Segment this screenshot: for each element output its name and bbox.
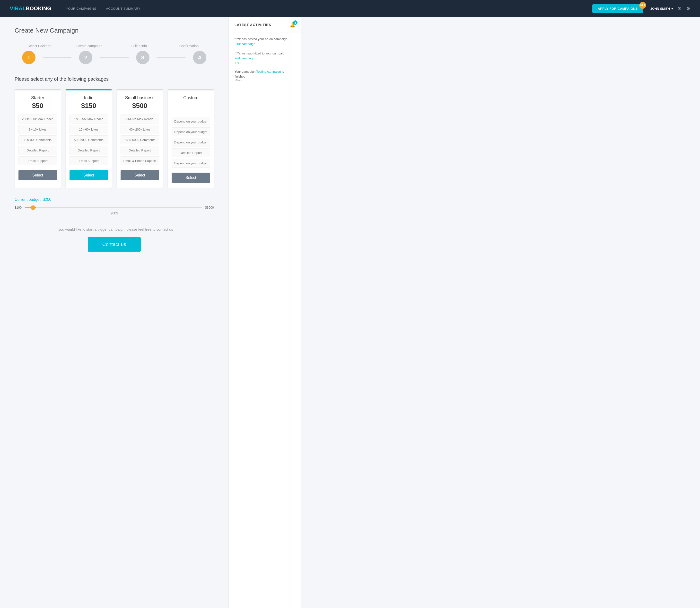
contact-text: If you would like to start a bigger camp…: [15, 227, 214, 231]
small-business-feature-4: Detailed Report: [120, 146, 159, 155]
custom-feature-5: Depend on your budget: [172, 159, 210, 168]
sidebar-activities: t***z has posted your ad on campaign Fir…: [229, 33, 302, 91]
indie-name: Indie: [70, 95, 108, 100]
packages-grid: Starter $50 200k-500k Max Reach 3k-10k L…: [15, 89, 214, 188]
starter-select-button[interactable]: Select: [18, 170, 57, 180]
custom-select-button[interactable]: Select: [172, 173, 210, 183]
activity-item-2: t***s just submitted to your campaign 2n…: [235, 51, 295, 64]
starter-feature-1: 200k-500k Max Reach: [18, 114, 57, 124]
small-business-feature-1: 3M-6M Max Reach: [120, 114, 159, 124]
custom-features: Depend on your budget Depend on your bud…: [172, 117, 210, 168]
sidebar-header: LATEST ACTIVITIES 🔔 1: [229, 17, 302, 33]
navbar-right: JOHN SMITH ▾ ✉ ⚙: [650, 6, 690, 11]
package-small-business: Small business $500 3M-6M Max Reach 40k-…: [117, 89, 163, 188]
step-circle-2[interactable]: 2: [79, 51, 92, 64]
sidebar-header-title: LATEST ACTIVITIES: [235, 23, 271, 27]
activity-2-link[interactable]: 2nd campaign: [235, 56, 254, 60]
apply-campaigns-button[interactable]: APPLY FOR CAMPAIGNS 999: [592, 4, 643, 13]
activity-2-before: t***s just submitted to your campaign: [235, 52, 286, 55]
logo: VIRALBOOKING: [10, 5, 51, 12]
slider-max-label: $3000: [205, 206, 214, 209]
activity-3-link[interactable]: Testing campaign: [256, 70, 281, 73]
indie-features: 1M-2.5M Max Reach 15k-60k Likes 500-2000…: [70, 114, 108, 165]
step-connector-1-2: [43, 57, 72, 58]
step-label-4: Confirmation: [164, 44, 214, 48]
activity-item-3: Your campaign Testing campaign is finish…: [235, 69, 295, 82]
contact-button[interactable]: Contact us: [88, 237, 141, 252]
step-label-2: Create campaign: [64, 44, 114, 48]
activity-2-time: 1 hr: [235, 61, 295, 64]
custom-name: Custom: [172, 95, 210, 100]
custom-feature-1: Depend on your budget: [172, 117, 210, 126]
navbar-links: YOUR CAMPAIGNS ACCOUNT SUMMARY: [66, 7, 592, 11]
nav-account-summary[interactable]: ACCOUNT SUMMARY: [106, 7, 140, 11]
custom-price: [172, 102, 210, 112]
small-business-feature-3: 1500-6000 Comments: [120, 135, 159, 145]
step-label-3: Billing info: [114, 44, 164, 48]
user-menu[interactable]: JOHN SMITH ▾: [650, 7, 673, 11]
navbar: VIRALBOOKING YOUR CAMPAIGNS ACCOUNT SUMM…: [0, 0, 700, 17]
custom-feature-3: Depend on your budget: [172, 138, 210, 147]
small-business-select-button[interactable]: Select: [120, 170, 159, 180]
steps-labels-row: Select Package Create campaign Billing i…: [15, 44, 214, 48]
budget-slider[interactable]: [25, 207, 202, 208]
bell-icon[interactable]: 🔔 1: [290, 22, 295, 28]
budget-section: Current budget: $200 $100 $3000 200$: [15, 197, 214, 215]
nav-your-campaigns[interactable]: YOUR CAMPAIGNS: [66, 7, 96, 11]
step-circle-3[interactable]: 3: [136, 51, 150, 64]
slider-row: $100 $3000: [15, 206, 214, 209]
bell-badge: 1: [293, 20, 297, 25]
small-business-features: 3M-6M Max Reach 40k-200k Likes 1500-6000…: [120, 114, 159, 165]
starter-feature-4: Detailed Report: [18, 146, 57, 155]
indie-feature-2: 15k-60k Likes: [70, 125, 108, 134]
page-container: Create New Campaign Select Package Creat…: [0, 17, 700, 608]
activity-item-1: t***z has posted your ad on campaign Fir…: [235, 37, 295, 46]
page-title: Create New Campaign: [15, 27, 214, 34]
activity-1-before: t***z has posted your ad on campaign: [235, 37, 288, 41]
step-connector-3-4: [157, 57, 186, 58]
slider-min-label: $100: [15, 206, 22, 209]
activity-text-2: t***s just submitted to your campaign 2n…: [235, 51, 295, 60]
steps-container: Select Package Create campaign Billing i…: [15, 44, 214, 64]
step-connector-2-3: [100, 57, 128, 58]
activity-finished-text: Your campaign Testing campaign is finish…: [235, 69, 295, 79]
step-circle-1[interactable]: 1: [22, 51, 36, 64]
small-business-price: $500: [120, 102, 159, 110]
sidebar: LATEST ACTIVITIES 🔔 1 t***z has posted y…: [229, 17, 302, 608]
indie-feature-3: 500-2000 Comments: [70, 135, 108, 145]
activity-text-1: t***z has posted your ad on campaign Fir…: [235, 37, 295, 46]
steps-circles-row: 1 2 3 4: [15, 51, 214, 64]
logo-booking: BOOKING: [26, 5, 51, 12]
activity-3-before: Your campaign: [235, 70, 256, 73]
packages-heading: Please select any of the following packa…: [15, 76, 214, 82]
small-business-feature-5: Email & Phone Support: [120, 156, 159, 165]
slider-value-label: 200$: [15, 211, 214, 215]
budget-label: Current budget: $200: [15, 197, 214, 202]
custom-feature-4: Detailed Report: [172, 148, 210, 157]
step-label-1: Select Package: [15, 44, 64, 48]
indie-feature-5: Email Support: [70, 156, 108, 165]
chevron-down-icon: ▾: [671, 7, 673, 11]
settings-icon[interactable]: ⚙: [686, 6, 690, 11]
package-custom: Custom Depend on your budget Depend on y…: [168, 89, 214, 188]
indie-feature-4: Detailed Report: [70, 146, 108, 155]
logo-viral: VIRAL: [10, 5, 26, 12]
starter-name: Starter: [18, 95, 57, 100]
contact-section: If you would like to start a bigger camp…: [15, 227, 214, 252]
indie-price: $150: [70, 102, 108, 110]
starter-feature-3: 100-300 Comments: [18, 135, 57, 145]
starter-features: 200k-500k Max Reach 3k-10k Likes 100-300…: [18, 114, 57, 165]
activity-3-more[interactable]: »More: [235, 79, 295, 82]
indie-select-button[interactable]: Select: [70, 170, 108, 180]
package-starter: Starter $50 200k-500k Max Reach 3k-10k L…: [15, 89, 61, 188]
custom-feature-2: Depend on your budget: [172, 127, 210, 136]
small-business-feature-2: 40k-200k Likes: [120, 125, 159, 134]
activity-1-link[interactable]: First campaign: [235, 42, 255, 46]
small-business-name: Small business: [120, 95, 159, 100]
mail-icon[interactable]: ✉: [678, 6, 682, 11]
package-indie: Indie $150 1M-2.5M Max Reach 15k-60k Lik…: [66, 89, 112, 188]
apply-badge: 999: [639, 2, 646, 9]
main-content: Create New Campaign Select Package Creat…: [0, 17, 229, 608]
starter-feature-5: Email Support: [18, 156, 57, 165]
step-circle-4[interactable]: 4: [193, 51, 206, 64]
